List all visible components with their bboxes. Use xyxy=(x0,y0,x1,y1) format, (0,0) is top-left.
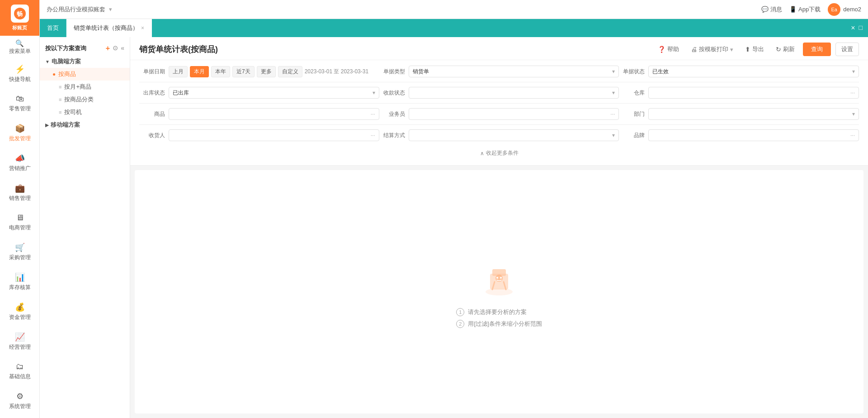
collapse-filters-btn[interactable]: ∧ 收起更多条件 xyxy=(477,147,521,160)
tab-home[interactable]: 首页 xyxy=(40,19,66,37)
settlement-input[interactable]: ▾ xyxy=(409,129,619,141)
date-label: 单据日期 xyxy=(139,68,169,76)
sidebar-item-wholesale[interactable]: 📦 批发管理 xyxy=(0,118,39,148)
consignee-filter-cell: 收货人 ··· xyxy=(139,129,379,141)
minimize-icon[interactable]: × xyxy=(851,24,855,32)
active-dot-icon: ● xyxy=(52,71,56,77)
main-area: 办公用品行业模拟账套 ▾ 💬 消息 📱 App下载 Ea demo2 首页 xyxy=(40,0,868,418)
tree-item-by-driver[interactable]: ≡ 按司机 xyxy=(40,106,130,119)
tab-window-controls: × □ xyxy=(845,24,868,32)
date-btn-this-month[interactable]: 本月 xyxy=(190,66,209,77)
dept-label: 部门 xyxy=(619,110,648,118)
tree-item-pc[interactable]: ▼ 电脑端方案 xyxy=(40,55,130,68)
sidebar-item-quick-nav[interactable]: ⚡ 快捷导航 xyxy=(0,59,39,89)
print-btn[interactable]: 🖨 按模板打印 ▾ xyxy=(687,43,737,55)
product-label: 商品 xyxy=(139,110,169,118)
tab-active[interactable]: 销货单统计表（按商品） × xyxy=(66,19,152,37)
payment-filter-cell: 收款状态 ▾ xyxy=(379,87,619,99)
doc-type-filter-cell: 单据类型 销货单 ▾ xyxy=(379,66,619,77)
tree-item-mobile[interactable]: ▶ 移动端方案 xyxy=(40,119,130,131)
settlement-dropdown-icon: ▾ xyxy=(612,132,615,138)
svg-point-9 xyxy=(500,277,502,279)
user-info[interactable]: Ea demo2 xyxy=(828,3,861,16)
store-filter-cell: 仓库 ··· xyxy=(619,87,859,99)
empty-state: 1 请先选择要分析的方案 2 用[过滤]条件来缩小分析范围 xyxy=(135,170,863,413)
collapse-panel-btn[interactable]: « xyxy=(121,44,124,52)
logo-area[interactable]: 畅 标账页 xyxy=(0,0,39,36)
doc-type-input[interactable]: 销货单 ▾ xyxy=(409,66,619,77)
page-title-bar: 销货单统计表(按商品) ❓ 帮助 🖨 按模板打印 ▾ ⬆ 导出 xyxy=(130,37,868,60)
app-download-btn[interactable]: 📱 App下载 xyxy=(789,5,821,14)
month-product-icon: ≡ xyxy=(59,84,61,90)
doc-status-input[interactable]: 已生效 ▾ xyxy=(648,66,859,77)
logo-text: 标账页 xyxy=(12,24,27,31)
consignee-input[interactable]: ··· xyxy=(169,129,379,141)
user-name: demo2 xyxy=(843,6,861,13)
category-icon: ≡ xyxy=(59,97,61,102)
search-menu-item[interactable]: 🔍 搜索菜单 xyxy=(0,36,39,59)
sidebar-item-retail[interactable]: 🛍 零售管理 xyxy=(0,89,39,118)
date-btn-custom[interactable]: 自定义 xyxy=(278,66,302,77)
settings-scheme-btn[interactable]: ⊙ xyxy=(113,44,118,52)
export-btn[interactable]: ⬆ 导出 xyxy=(741,43,768,55)
sidebar-item-ecommerce[interactable]: 🖥 电商管理 xyxy=(0,208,39,237)
sidebar-item-purchase[interactable]: 🛒 采购管理 xyxy=(0,237,39,267)
print-icon: 🖨 xyxy=(691,46,697,53)
maximize-icon[interactable]: □ xyxy=(859,24,863,32)
warehouse-input[interactable]: 已出库 ▾ xyxy=(169,87,379,99)
tree-item-by-month-product[interactable]: ≡ 按月+商品 xyxy=(40,81,130,93)
sidebar-item-finance[interactable]: 💰 资金管理 xyxy=(0,297,39,327)
message-btn[interactable]: 💬 消息 xyxy=(761,5,782,14)
store-dots-icon: ··· xyxy=(850,90,855,96)
sidebar-item-operation[interactable]: 📈 经营管理 xyxy=(0,327,39,356)
page-actions: ❓ 帮助 🖨 按模板打印 ▾ ⬆ 导出 ↻ 刷新 xyxy=(654,43,859,56)
quick-nav-icon: ⚡ xyxy=(15,64,25,74)
export-icon: ⬆ xyxy=(745,46,750,53)
filter-area: 单据日期 上月 本月 本年 近7天 更多 自定义 2023-03-01 至 20… xyxy=(130,60,868,166)
sidebar-item-marketing[interactable]: 📣 营销推广 xyxy=(0,148,39,178)
dept-dropdown-icon: ▾ xyxy=(852,111,855,117)
date-range-display: 2023-03-01 至 2023-03-31 xyxy=(305,68,368,76)
salesman-input[interactable]: ··· xyxy=(409,108,619,120)
dept-input[interactable]: ▾ xyxy=(648,108,859,120)
brand-input[interactable]: ··· xyxy=(648,129,859,141)
date-btn-7days[interactable]: 近7天 xyxy=(232,66,255,77)
product-input[interactable]: ··· xyxy=(169,108,379,120)
print-dropdown-icon[interactable]: ▾ xyxy=(730,46,733,53)
svg-point-8 xyxy=(496,277,498,279)
tab-close-icon[interactable]: × xyxy=(141,25,144,31)
add-scheme-btn[interactable]: + xyxy=(106,44,110,52)
collapse-icon: ∧ xyxy=(480,150,484,157)
brand-filter-cell: 品牌 ··· xyxy=(619,129,859,141)
step-2-text: 用[过滤]条件来缩小分析范围 xyxy=(468,320,542,328)
left-panel: 按以下方案查询 + ⊙ « ▼ 电脑端方案 ● 按商品 ≡ 按月+商品 xyxy=(40,37,130,418)
settings-button[interactable]: 设置 xyxy=(835,43,859,56)
pc-tree-label: 电脑端方案 xyxy=(52,57,81,66)
sidebar-item-inventory[interactable]: 📊 库存核算 xyxy=(0,267,39,297)
step-1-text: 请先选择要分析的方案 xyxy=(468,308,527,316)
warehouse-filter-cell: 出库状态 已出库 ▾ xyxy=(139,87,379,99)
refresh-btn[interactable]: ↻ 刷新 xyxy=(772,43,798,55)
date-btn-more[interactable]: 更多 xyxy=(257,66,276,77)
query-button[interactable]: 查询 xyxy=(803,43,831,56)
svg-text:畅: 畅 xyxy=(17,10,23,17)
top-header: 办公用品行业模拟账套 ▾ 💬 消息 📱 App下载 Ea demo2 xyxy=(40,0,868,19)
workspace-dropdown-icon[interactable]: ▾ xyxy=(109,6,112,13)
date-btn-this-year[interactable]: 本年 xyxy=(211,66,230,77)
sidebar-item-system[interactable]: ⚙ 系统管理 xyxy=(0,386,39,416)
panel-header: 按以下方案查询 + ⊙ « xyxy=(40,42,130,55)
sidebar-item-sales[interactable]: 💼 销售管理 xyxy=(0,178,39,208)
salesman-label: 业务员 xyxy=(379,110,409,118)
help-btn[interactable]: ❓ 帮助 xyxy=(654,43,683,55)
sidebar-item-basic[interactable]: 🗂 基础信息 xyxy=(0,356,39,386)
date-btn-last-month[interactable]: 上月 xyxy=(169,66,188,77)
sidebar-item-enterprise[interactable]: 🤝 企业协同 xyxy=(0,416,39,418)
tree-item-by-product[interactable]: ● 按商品 xyxy=(40,68,130,81)
avatar: Ea xyxy=(828,3,840,16)
tree-item-by-category[interactable]: ≡ 按商品分类 xyxy=(40,93,130,106)
store-input[interactable]: ··· xyxy=(648,87,859,99)
header-left: 办公用品行业模拟账套 ▾ xyxy=(47,5,112,14)
doc-status-dropdown-icon: ▾ xyxy=(852,68,855,75)
workspace-name: 办公用品行业模拟账套 xyxy=(47,5,105,14)
payment-input[interactable]: ▾ xyxy=(409,87,619,99)
